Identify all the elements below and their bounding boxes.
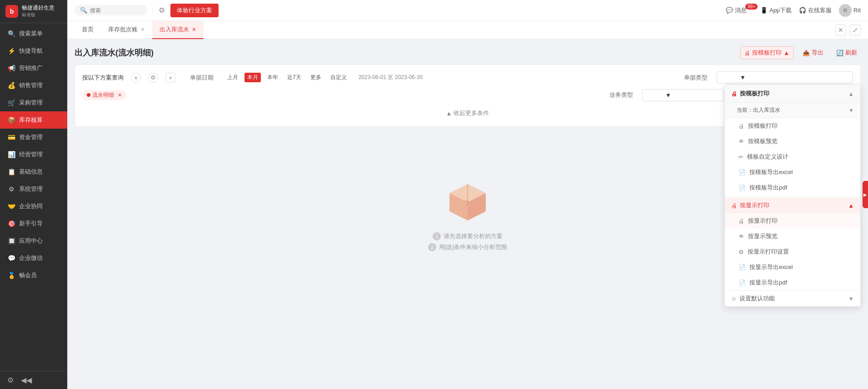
- date-range-display: 2023-06-01 至 2023-06-30: [359, 74, 423, 81]
- sidebar-item-operations[interactable]: 📊 经营管理: [0, 146, 67, 163]
- app-download-button[interactable]: 📱 App下载: [760, 6, 792, 15]
- chevron-up-icon: ▲: [783, 50, 789, 56]
- topbar-search-box[interactable]: 🔍: [75, 5, 147, 15]
- tab-expand-btn[interactable]: ⤢: [850, 25, 861, 35]
- date-shortcut-last-month[interactable]: 上月: [224, 73, 241, 82]
- system-nav-icon: ⚙: [7, 185, 15, 193]
- refresh-button[interactable]: 🔄 刷新: [833, 47, 861, 59]
- hint-text-2: 用[选]条件来缩小分析范围: [439, 243, 507, 251]
- sidebar-item-search[interactable]: 🔍 搜索菜单: [0, 25, 67, 42]
- tab-flow[interactable]: 出入库流水 ✕: [152, 21, 204, 39]
- preview-icon: 👁: [738, 138, 744, 145]
- settings-bottom-icon[interactable]: ⚙: [7, 376, 14, 384]
- purchase-nav-icon: 🛒: [7, 99, 15, 107]
- user-initial: R: [843, 8, 847, 13]
- sidebar-item-finance[interactable]: 💳 资金管理: [0, 129, 67, 146]
- current-label: 当前：出入库流水: [737, 106, 780, 114]
- sidebar-item-inventory[interactable]: 📦 库存核算: [0, 111, 67, 129]
- sidebar: b 畅捷通好生意 标准版 🔍 搜索菜单 ⚡ 快捷导航 📢 营销推广 💰 销售管理…: [0, 0, 67, 389]
- search-nav-icon: 🔍: [7, 30, 15, 38]
- doc-type-select[interactable]: ▼: [717, 71, 853, 84]
- customer-service-label: 在线客服: [808, 6, 832, 15]
- page-content: 出入库流水(流水明细) 🖨 按模板打印 ▲ 📤 导出 🔄 刷新: [67, 39, 868, 389]
- page-title: 出入库流水(流水明细): [75, 47, 154, 58]
- filter-collapse-button[interactable]: «: [165, 73, 175, 83]
- tab-close-all-btn[interactable]: ✕: [835, 25, 846, 35]
- template-export-excel-item[interactable]: 📄 按模板导出excel: [725, 165, 860, 180]
- dropdown-footer[interactable]: ☆ 设置默认功能 ▼: [725, 290, 860, 306]
- search-input[interactable]: [90, 7, 142, 14]
- template-preview-item[interactable]: 👁 按模板预览: [725, 134, 860, 149]
- date-shortcut-this-year[interactable]: 本年: [264, 73, 281, 82]
- display-print-item[interactable]: 🖨 按显示打印: [725, 213, 860, 229]
- display-preview-item[interactable]: 👁 按显示预览: [725, 229, 860, 244]
- filter-tag-close[interactable]: ✕: [118, 92, 122, 98]
- apps-nav-icon: 🔲: [7, 237, 15, 245]
- print-template-label: 按模板打印: [752, 49, 782, 57]
- print-template-button[interactable]: 🖨 按模板打印 ▲: [740, 46, 793, 59]
- default-function-label: 设置默认功能: [739, 294, 775, 303]
- filter-tag[interactable]: 流水明细 ✕: [82, 90, 126, 100]
- display-export-excel-item[interactable]: 📄 按显示导出excel: [725, 259, 860, 275]
- page-header: 出入库流水(流水明细) 🖨 按模板打印 ▲ 📤 导出 🔄 刷新: [75, 46, 861, 59]
- sidebar-item-member[interactable]: 🏅 畅会员: [0, 267, 67, 284]
- user-avatar-area[interactable]: R Rit: [839, 4, 861, 17]
- topbar-divider: [153, 6, 153, 15]
- tab-flow-close[interactable]: ✕: [192, 27, 196, 32]
- empty-hint-1: 1 请先选择要分析的方案: [433, 232, 503, 240]
- message-button[interactable]: 💬 消息 99+: [726, 6, 753, 15]
- filter-add-button[interactable]: +: [131, 73, 141, 83]
- sidebar-item-guide[interactable]: 🎯 新手引导: [0, 215, 67, 232]
- sidebar-item-system[interactable]: ⚙ 系统管理: [0, 180, 67, 198]
- sidebar-item-purchase[interactable]: 🛒 采购管理: [0, 94, 67, 111]
- topbar-gear-icon[interactable]: ⚙: [159, 6, 165, 15]
- export-button[interactable]: 📤 导出: [799, 47, 827, 59]
- right-edge-collapse-btn[interactable]: ▶: [863, 181, 868, 208]
- hint-number-2: 2: [428, 243, 436, 251]
- trial-button[interactable]: 体验行业方案: [170, 4, 219, 17]
- sidebar-item-shortcut[interactable]: ⚡ 快捷导航: [0, 42, 67, 60]
- template-custom-item[interactable]: ✏ 模板自定义设计: [725, 149, 860, 165]
- date-shortcut-this-month[interactable]: 本月: [244, 73, 261, 82]
- display-export-pdf-item[interactable]: 📄 按显示导出pdf: [725, 275, 860, 290]
- sidebar-item-basics[interactable]: 📋 基础信息: [0, 163, 67, 180]
- date-shortcut-more[interactable]: 更多: [308, 73, 324, 82]
- tab-batch[interactable]: 库存批次账 ✕: [101, 21, 152, 39]
- app-edition: 标准版: [22, 12, 55, 18]
- sidebar-item-marketing[interactable]: 📢 营销推广: [0, 60, 67, 77]
- display-print-section[interactable]: 🖨 按显示打印 ▲: [725, 198, 860, 213]
- app-logo-icon: b: [5, 5, 18, 18]
- date-shortcut-7days[interactable]: 近7天: [284, 73, 304, 82]
- tab-batch-close[interactable]: ✕: [140, 27, 145, 32]
- collapse-sidebar-icon[interactable]: ◀◀: [21, 376, 32, 384]
- sidebar-item-collab[interactable]: 🤝 企业协同: [0, 198, 67, 215]
- pdf-icon: 📄: [738, 185, 746, 191]
- sidebar-item-label: 销售管理: [19, 81, 43, 90]
- customer-service-button[interactable]: 🎧 在线客服: [799, 6, 832, 15]
- display-print-settings-item[interactable]: ⚙ 按显示打印设置: [725, 244, 860, 259]
- filter-title: 按以下方案查询: [82, 74, 124, 82]
- sidebar-bottom: ⚙ ◀◀: [0, 371, 67, 389]
- sidebar-item-sales[interactable]: 💰 销售管理: [0, 77, 67, 94]
- basics-nav-icon: 📋: [7, 168, 15, 176]
- search-icon: 🔍: [80, 7, 87, 14]
- refresh-icon: 🔄: [836, 50, 843, 56]
- sidebar-item-wechat[interactable]: 💬 企业微信: [0, 249, 67, 267]
- tab-home[interactable]: 首页: [75, 21, 101, 39]
- doc-type-chevron: ▼: [740, 74, 746, 81]
- filter-tag-label: 流水明细: [92, 91, 114, 99]
- display-excel-icon: 📄: [738, 264, 746, 271]
- template-export-pdf-item[interactable]: 📄 按模板导出pdf: [725, 180, 860, 195]
- wechat-nav-icon: 💬: [7, 254, 15, 262]
- sidebar-item-apps[interactable]: 🔲 应用中心: [0, 232, 67, 249]
- sidebar-item-label: 企业微信: [19, 254, 43, 262]
- filter-gear-button[interactable]: ⚙: [148, 73, 158, 83]
- hint-number-1: 1: [433, 232, 441, 240]
- dropdown-arrow-up[interactable]: ▲: [848, 90, 854, 97]
- date-shortcut-custom[interactable]: 自定义: [328, 73, 349, 82]
- current-arrow-down[interactable]: ▼: [848, 107, 854, 114]
- printer-icon: 🖨: [738, 123, 744, 130]
- dropdown-divider-1: [725, 196, 860, 197]
- biz-type-select[interactable]: ▼: [642, 89, 724, 101]
- template-print-item[interactable]: 🖨 按模板打印: [725, 118, 860, 134]
